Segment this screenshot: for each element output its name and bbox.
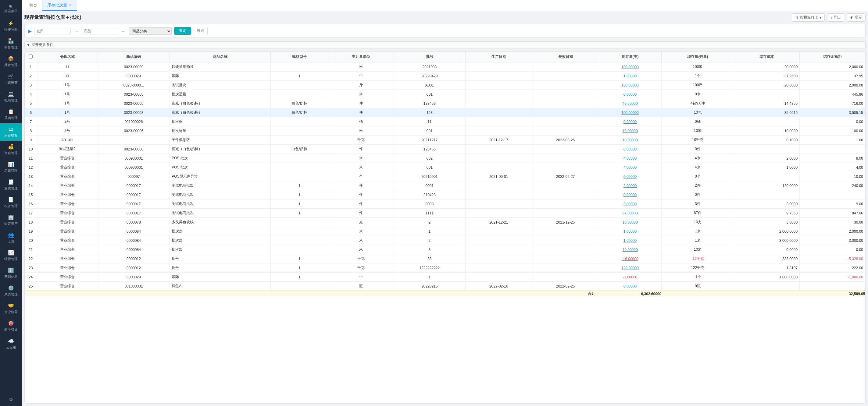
- sidebar-item-fixed-assets[interactable]: 🏢 固定资产: [0, 211, 22, 229]
- row-qty-main[interactable]: 0.00000: [599, 172, 661, 181]
- row-qty-pack: 1米: [661, 236, 734, 245]
- sidebar-search[interactable]: 🔍 搜索菜单: [0, 2, 22, 16]
- row-unit: 个: [328, 172, 394, 181]
- row-qty-main[interactable]: 10.00000: [599, 245, 661, 254]
- row-qty-main[interactable]: 4.00000: [599, 163, 661, 172]
- row-qty-main[interactable]: -1.00000: [599, 273, 661, 282]
- sidebar-item-inventory[interactable]: 🗂 库存核算: [0, 123, 22, 141]
- row-qty-main[interactable]: 3.00000: [599, 200, 661, 209]
- row-qty-pack: 0件: [661, 145, 734, 154]
- row-name: 富减（白色/奶棕）: [170, 99, 271, 108]
- table-settings-button[interactable]: 设置: [194, 27, 208, 35]
- row-qty-pack: 3件: [661, 200, 734, 209]
- general-ledger-icon: 📊: [8, 162, 14, 167]
- sidebar-item-finance[interactable]: 💰 资金管理: [0, 141, 22, 158]
- row-warehouse: 营业综仓: [37, 264, 98, 273]
- row-spec: [271, 245, 328, 254]
- row-qty-main[interactable]: 10.00000: [599, 126, 661, 136]
- row-qty-main[interactable]: -16.00000: [599, 254, 661, 264]
- settings-icon[interactable]: ⚙: [0, 393, 22, 406]
- row-qty-main[interactable]: 100.00000: [599, 62, 661, 72]
- sidebar-item-wholesale[interactable]: 📦 批发管理: [0, 53, 22, 70]
- row-qty-main[interactable]: 100.00000: [599, 81, 661, 90]
- row-batch: 33: [394, 254, 466, 264]
- tab-close-icon[interactable]: ✕: [69, 3, 72, 7]
- row-code: 0000084: [98, 245, 170, 254]
- product-input[interactable]: [82, 28, 118, 34]
- table-row: 4 1号 0023-00005 批次适量 米 001 0.00000 0米 44…: [25, 90, 865, 99]
- sidebar-item-guide[interactable]: 🎯 新手引导: [0, 317, 22, 335]
- sidebar-item-collab[interactable]: 🤝 企业协同: [0, 300, 22, 317]
- row-qty-main[interactable]: 0.00000: [599, 90, 661, 99]
- row-unit: 个: [328, 273, 394, 282]
- row-name: 批次适量: [170, 126, 271, 136]
- sidebar-item-ops[interactable]: 📈 经营管理: [0, 247, 22, 264]
- row-batch: 3: [394, 245, 466, 254]
- sidebar-item-cloud[interactable]: ☁️ 云应用: [0, 335, 22, 353]
- sidebar-item-hr[interactable]: 👥 工资: [0, 229, 22, 247]
- row-qty-main[interactable]: 122.00000: [599, 264, 661, 273]
- category-select[interactable]: 商品分类: [129, 27, 172, 35]
- row-exp-date: [532, 99, 599, 108]
- select-all-checkbox[interactable]: [29, 55, 33, 59]
- row-unit: 件: [328, 200, 394, 209]
- table-footer: 合计 6,302.60000 32,589.05: [25, 291, 865, 296]
- row-prod-date: 2021-09-01: [465, 172, 532, 181]
- expand-conditions-row: ▼ 展开更多条件: [24, 40, 866, 49]
- sidebar-item-ecommerce[interactable]: 💻 电商管理: [0, 88, 22, 106]
- row-qty-main[interactable]: 0.00000: [599, 282, 661, 291]
- sidebar-item-system[interactable]: ⚙️ 系统管理: [0, 282, 22, 300]
- tab-inventory-batch[interactable]: 库存批次量 ✕: [42, 0, 77, 11]
- sidebar-item-mini-shop[interactable]: 🛒 小超电商: [0, 70, 22, 88]
- expand-conditions-button[interactable]: ▼ 展开更多条件: [24, 41, 866, 48]
- table-row: 21 营业综仓 0000084 批次次 米 3 10.00000 10米 0.0…: [25, 245, 865, 254]
- row-exp-date: [532, 145, 599, 154]
- row-qty-main[interactable]: 0.00000: [599, 145, 661, 154]
- search-button[interactable]: 查询: [174, 27, 191, 35]
- row-qty-main[interactable]: 2.00000: [599, 181, 661, 190]
- row-qty-pack: 122千克: [661, 264, 734, 273]
- print-button[interactable]: 🖨 按模板打印 ▾: [792, 13, 825, 22]
- row-qty-main[interactable]: 10.00000: [599, 218, 661, 227]
- export-button[interactable]: ↑ 导出: [827, 13, 844, 22]
- row-exp-date: [532, 245, 599, 254]
- row-cost: 2,000.0000: [734, 227, 800, 236]
- sidebar-item-retail[interactable]: 🏪 零售管理: [0, 35, 22, 53]
- row-cost: 3,000.0000: [734, 236, 800, 245]
- row-cost: [734, 145, 800, 154]
- row-qty-pack: 10包: [661, 108, 734, 117]
- filter-expand-arrow[interactable]: ▶: [28, 29, 32, 34]
- row-amount: 0.00: [800, 117, 865, 126]
- sidebar-item-general-ledger[interactable]: 📊 总账管理: [0, 158, 22, 176]
- row-warehouse: 营业综仓: [37, 181, 98, 190]
- row-qty-pack: 10米: [661, 245, 734, 254]
- row-unit: 件: [328, 145, 394, 154]
- row-qty-main[interactable]: 1.00000: [599, 236, 661, 245]
- row-qty-main[interactable]: 0.00000: [599, 190, 661, 200]
- row-qty-main[interactable]: 0.00000: [599, 117, 661, 126]
- toggle-button[interactable]: 👁 显示: [847, 13, 866, 22]
- warehouse-input[interactable]: [34, 28, 71, 34]
- row-qty-main[interactable]: 1.00000: [599, 72, 661, 81]
- row-qty-main[interactable]: 87.00000: [599, 209, 661, 218]
- row-batch: 123: [394, 108, 466, 117]
- table-row: 17 营业综仓 0000017 测试电商批次 1 件 1111 87.00000…: [25, 209, 865, 218]
- row-amount: -1,000.00: [800, 273, 865, 282]
- table-row: 5 1号 0023-00005 富减（白色/奶棕） 白色/奶棕 件 123456…: [25, 99, 865, 108]
- sidebar-item-tax[interactable]: 📑 税务管理: [0, 194, 22, 211]
- sidebar-item-base[interactable]: ℹ️ 基础信息: [0, 264, 22, 282]
- sidebar-item-quick-nav[interactable]: ⚡ 快捷导航: [0, 18, 22, 35]
- row-prod-date: [465, 90, 532, 99]
- row-qty-main[interactable]: 100.00000: [599, 108, 661, 117]
- row-cost: 120.0000: [734, 181, 800, 190]
- sidebar-item-invoicing[interactable]: 🧾 发票管理: [0, 176, 22, 194]
- sidebar-item-procurement[interactable]: 📋 采购管理: [0, 106, 22, 123]
- row-qty-main[interactable]: 4.00000: [599, 154, 661, 163]
- row-warehouse: 营业综仓: [37, 172, 98, 181]
- row-qty-main[interactable]: 10.00000: [599, 136, 661, 145]
- row-code: 0000012: [98, 264, 170, 273]
- tab-home[interactable]: 首页: [24, 0, 42, 11]
- row-exp-date: [532, 62, 599, 72]
- row-qty-main[interactable]: 49.60000: [599, 99, 661, 108]
- row-qty-main[interactable]: 1.00000: [599, 227, 661, 236]
